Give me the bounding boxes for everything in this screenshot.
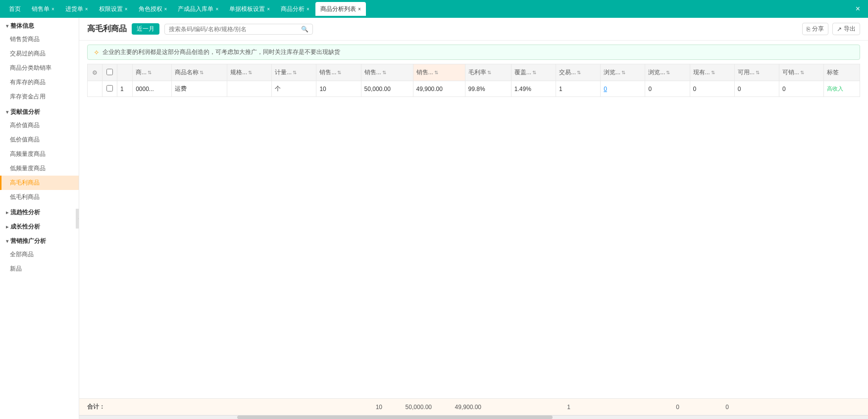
col-sales-amount[interactable]: 销售...⇅ xyxy=(361,64,413,81)
row-margin-rate-cell: 99.8% xyxy=(465,81,511,97)
col-code[interactable]: 商...⇅ xyxy=(133,64,172,81)
sidebar-item-high-value[interactable]: 高价值商品 xyxy=(0,118,79,133)
sidebar-item-low-freq[interactable]: 低频量度商品 xyxy=(0,161,79,176)
footer-sales-qty: 10 xyxy=(343,404,382,411)
close-icon[interactable]: × xyxy=(306,6,309,12)
col-margin-rate[interactable]: 毛利率⇅ xyxy=(465,64,511,81)
footer-sales-profit: 49,900.00 xyxy=(442,404,481,411)
filter-month-button[interactable]: 近一月 xyxy=(132,23,159,35)
col-transaction[interactable]: 交易...⇅ xyxy=(556,64,601,81)
sidebar-item-new-goods[interactable]: 新品 xyxy=(0,262,79,276)
data-table: ⚙ 商...⇅ 商品名称⇅ 规格...⇅ 计量...⇅ 销售...⇅ 销售...… xyxy=(87,64,860,97)
chevron-right-icon: ▸ xyxy=(6,210,8,215)
tip-icon: ✧ xyxy=(94,48,100,56)
nav-tab-sales-order[interactable]: 销售单 × xyxy=(27,2,59,16)
sidebar-group-marketing-analysis[interactable]: ▾ 营销推广分析 xyxy=(0,233,79,247)
main-layout: « ▾ 整体信息 销售货商品 交易过的商品 商品分类助销率 有库存的商品 库存资… xyxy=(0,18,868,419)
row-browse2-cell: 0 xyxy=(645,81,690,97)
chevron-right-icon: ▸ xyxy=(6,224,8,230)
sidebar-item-traded-goods[interactable]: 交易过的商品 xyxy=(0,47,79,61)
row-tag-cell: 高收入 xyxy=(824,81,860,97)
col-saleable[interactable]: 可销...⇅ xyxy=(779,64,823,81)
row-checkbox[interactable] xyxy=(106,85,113,92)
close-icon[interactable]: × xyxy=(85,6,88,12)
sort-icon: ⇅ xyxy=(382,70,386,75)
sidebar-item-low-margin[interactable]: 低毛利商品 xyxy=(0,190,79,204)
nav-tab-product-analysis[interactable]: 商品分析 × xyxy=(276,2,314,16)
close-icon[interactable]: × xyxy=(125,6,128,12)
col-tag[interactable]: 标签 xyxy=(824,64,860,81)
nav-tab-purchase-order[interactable]: 进货单 × xyxy=(60,2,93,16)
sidebar-item-high-freq[interactable]: 高频量度商品 xyxy=(0,147,79,161)
sidebar-item-high-margin[interactable]: 高毛利商品 xyxy=(0,176,79,190)
content-area: 高毛利商品 近一月 🔍 ⎘ 分享 ↗ 导出 ✧ 企业的主要的利润都是这部分商品创… xyxy=(79,18,868,419)
col-spec[interactable]: 规格...⇅ xyxy=(227,64,272,81)
search-icon[interactable]: 🔍 xyxy=(301,26,308,33)
sidebar-collapse-button[interactable]: « xyxy=(76,209,79,229)
row-browse1-cell[interactable]: 0 xyxy=(601,81,645,97)
col-available1[interactable]: 现有...⇅ xyxy=(690,64,734,81)
sidebar-item-sales-goods[interactable]: 销售货商品 xyxy=(0,32,79,47)
close-icon[interactable]: × xyxy=(51,6,54,12)
horizontal-scrollbar[interactable] xyxy=(79,415,868,419)
sidebar-group-overall[interactable]: ▾ 整体信息 xyxy=(0,18,79,32)
sidebar-group-wealth-analysis[interactable]: ▾ 贡献值分析 xyxy=(0,104,79,118)
close-icon[interactable]: × xyxy=(358,6,361,12)
sidebar-item-goods-analysis[interactable]: 商品分类助销率 xyxy=(0,61,79,75)
search-box: 🔍 xyxy=(164,24,313,35)
col-sales-profit[interactable]: 销售...⇅ xyxy=(413,64,465,81)
table-container[interactable]: ⚙ 商...⇅ 商品名称⇅ 规格...⇅ 计量...⇅ 销售...⇅ 销售...… xyxy=(87,64,860,398)
content-header: 高毛利商品 近一月 🔍 ⎘ 分享 ↗ 导出 xyxy=(79,18,868,41)
row-checkbox-cell[interactable] xyxy=(102,81,117,97)
close-icon[interactable]: × xyxy=(267,6,270,12)
col-settings[interactable]: ⚙ xyxy=(88,64,102,81)
sort-icon: ⇅ xyxy=(434,70,438,75)
col-browse2[interactable]: 浏览...⇅ xyxy=(645,64,690,81)
row-name-cell: 运费 xyxy=(171,81,227,97)
sort-icon: ⇅ xyxy=(200,70,204,75)
sidebar-group-growth-analysis[interactable]: ▸ 成长性分析 xyxy=(0,219,79,233)
col-name[interactable]: 商品名称⇅ xyxy=(171,64,227,81)
table-row[interactable]: 1 0000... 运费 个 10 50,000.00 49,900.00 99… xyxy=(88,81,860,97)
share-button[interactable]: ⎘ 分享 xyxy=(802,23,828,35)
sort-icon: ⇅ xyxy=(532,70,536,75)
close-icon[interactable]: × xyxy=(215,6,218,12)
sidebar-item-low-value[interactable]: 低价值商品 xyxy=(0,133,79,147)
footer-saleable: 0 xyxy=(689,404,729,411)
row-sales-qty-cell: 10 xyxy=(316,81,361,97)
sidebar-group-trend-analysis[interactable]: ▸ 流趋性分析 xyxy=(0,204,79,219)
select-all-checkbox[interactable] xyxy=(106,69,113,75)
sidebar-item-all-goods[interactable]: 全部商品 xyxy=(0,247,79,262)
sort-icon: ⇅ xyxy=(148,70,152,75)
col-browse1[interactable]: 浏览...⇅ xyxy=(601,64,645,81)
row-unit-cell: 个 xyxy=(272,81,316,97)
nav-tab-permission-settings[interactable]: 权限设置 × xyxy=(94,2,133,16)
scrollbar-thumb[interactable] xyxy=(237,416,553,419)
footer-transaction: 1 xyxy=(531,404,570,411)
nav-tab-product-entry[interactable]: 产成品入库单 × xyxy=(173,2,223,16)
nav-tab-product-analysis-list[interactable]: 商品分析列表 × xyxy=(315,2,366,16)
export-button[interactable]: ↗ 导出 xyxy=(832,23,860,35)
col-checkbox[interactable] xyxy=(102,64,117,81)
chevron-down-icon: ▾ xyxy=(6,109,8,115)
nav-tab-template-settings[interactable]: 单据模板设置 × xyxy=(224,2,275,16)
export-icon: ↗ xyxy=(837,26,842,33)
col-available2[interactable]: 可用...⇅ xyxy=(734,64,779,81)
nav-tab-role-permission[interactable]: 角色授权 × xyxy=(134,2,172,16)
search-input[interactable] xyxy=(169,26,299,33)
nav-tab-home[interactable]: 首页 xyxy=(4,5,26,13)
sort-icon: ⇅ xyxy=(487,70,491,75)
col-coverage[interactable]: 覆盖...⇅ xyxy=(511,64,556,81)
row-coverage-cell: 1.49% xyxy=(511,81,556,97)
row-sales-profit-cell: 49,900.00 xyxy=(413,81,465,97)
action-buttons: ⎘ 分享 ↗ 导出 xyxy=(802,23,860,35)
col-sales-qty[interactable]: 销售...⇅ xyxy=(316,64,361,81)
sort-icon: ⇅ xyxy=(756,70,760,75)
sidebar-item-inventory-usage[interactable]: 库存资金占用 xyxy=(0,90,79,104)
close-all-button[interactable]: × xyxy=(852,4,864,13)
sidebar-item-inventory-goods[interactable]: 有库存的商品 xyxy=(0,75,79,90)
page-title: 高毛利商品 xyxy=(87,24,127,34)
col-unit[interactable]: 计量...⇅ xyxy=(272,64,316,81)
close-icon[interactable]: × xyxy=(164,6,167,12)
tag-badge: 高收入 xyxy=(827,86,843,92)
